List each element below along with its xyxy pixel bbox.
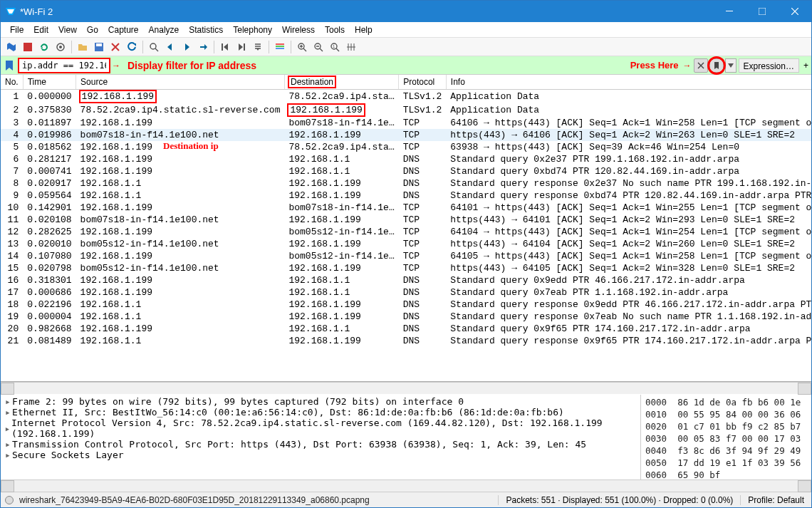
- menu-capture[interactable]: Capture: [103, 24, 144, 36]
- details-tree-item[interactable]: ▸Secure Sockets Layer: [4, 450, 637, 460]
- toolbar-start-capture-icon[interactable]: [4, 39, 19, 55]
- svg-rect-9: [244, 43, 245, 51]
- toolbar-zoom-out-icon[interactable]: [311, 39, 326, 55]
- toolbar-next-icon[interactable]: [179, 39, 194, 55]
- toolbar-autoscroll-icon[interactable]: [250, 39, 266, 55]
- packet-list-hscrollbar[interactable]: [1, 382, 811, 394]
- details-tree-item[interactable]: ▸Internet Protocol Version 4, Src: 78.52…: [4, 418, 637, 439]
- toolbar-last-icon[interactable]: [234, 39, 249, 55]
- svg-rect-2: [24, 43, 32, 51]
- column-header-source[interactable]: Source: [76, 75, 285, 90]
- column-header-no[interactable]: No.: [1, 75, 23, 90]
- packet-row[interactable]: 190.000004192.168.1.1192.168.1.199DNSSta…: [1, 311, 811, 323]
- packet-row[interactable]: 50.018562192.168.1.19978.52.2ca9.ip4.sta…: [1, 141, 811, 153]
- maximize-button[interactable]: [746, 1, 779, 22]
- column-header-protocol[interactable]: Protocol: [399, 75, 447, 90]
- menu-view[interactable]: View: [53, 24, 82, 36]
- packet-row[interactable]: 60.281217192.168.1.199192.168.1.1DNSStan…: [1, 153, 811, 165]
- expand-caret-icon[interactable]: ▸: [4, 439, 12, 450]
- packet-row[interactable]: 140.107080192.168.1.199bom05s12-in-f14.1…: [1, 250, 811, 262]
- packet-row[interactable]: 200.982668192.168.1.199192.168.1.1DNSSta…: [1, 323, 811, 335]
- packet-row[interactable]: 130.020010bom05s12-in-f14.1e100.net192.1…: [1, 238, 811, 250]
- details-tree-item[interactable]: ▸Transmission Control Protocol, Src Port…: [4, 439, 637, 450]
- expand-caret-icon[interactable]: ▸: [4, 450, 12, 460]
- filter-add-button[interactable]: +: [801, 61, 811, 71]
- packet-row[interactable]: 160.318301192.168.1.199192.168.1.1DNSSta…: [1, 274, 811, 286]
- expand-caret-icon[interactable]: ▸: [4, 423, 11, 434]
- bottom-panes: ▸Frame 2: 99 bytes on wire (792 bits), 9…: [1, 394, 811, 480]
- status-packets: Packets: 551 · Displayed: 551 (100.0%) ·…: [498, 495, 740, 505]
- packet-row[interactable]: 180.022196192.168.1.1192.168.1.199DNSSta…: [1, 299, 811, 311]
- toolbar-first-icon[interactable]: [217, 39, 233, 55]
- packet-row[interactable]: 20.37583078.52.2ca9.ip4.static.sl-revers…: [1, 103, 811, 117]
- packet-row[interactable]: 10.000000192.168.1.19978.52.2ca9.ip4.sta…: [1, 90, 811, 104]
- svg-rect-10: [276, 43, 284, 45]
- display-filter-input[interactable]: [18, 58, 110, 73]
- annotation-press-here: Press Here: [630, 60, 682, 71]
- menu-statistics[interactable]: Statistics: [184, 24, 228, 36]
- packet-list-pane[interactable]: Source ip Destination ip No.TimeSourceDe…: [1, 75, 811, 382]
- packet-row[interactable]: 90.059564192.168.1.1192.168.1.199DNSStan…: [1, 190, 811, 202]
- details-tree-item[interactable]: ▸Frame 2: 99 bytes on wire (792 bits), 9…: [4, 396, 637, 407]
- minimize-button[interactable]: [713, 1, 746, 22]
- svg-rect-1: [759, 8, 766, 15]
- expand-caret-icon[interactable]: ▸: [4, 407, 12, 418]
- filter-apply-button[interactable]: [709, 58, 724, 73]
- display-filter-bar: → Display filter for IP address Press He…: [1, 56, 811, 75]
- menu-file[interactable]: File: [5, 24, 28, 36]
- packet-row[interactable]: 170.000686192.168.1.199192.168.1.1DNSSta…: [1, 286, 811, 299]
- toolbar-resize-columns-icon[interactable]: [343, 39, 359, 55]
- packet-row[interactable]: 100.142901192.168.1.199bom07s18-in-f14.1…: [1, 202, 811, 214]
- toolbar-colorize-icon[interactable]: [272, 39, 288, 55]
- column-header-info[interactable]: Info: [446, 75, 811, 90]
- packet-row[interactable]: 120.282625192.168.1.199bom05s12-in-f14.1…: [1, 226, 811, 238]
- packet-row[interactable]: 30.011897192.168.1.199bom07s18-in-f14.1e…: [1, 117, 811, 129]
- annotation-arrow: →: [110, 61, 122, 71]
- toolbar-reload-icon[interactable]: [124, 39, 140, 55]
- window-title: *Wi-Fi 2: [20, 6, 713, 17]
- packet-row[interactable]: 110.020108bom07s18-in-f14.1e100.net192.1…: [1, 214, 811, 226]
- toolbar-close-file-icon[interactable]: [108, 39, 123, 55]
- toolbar-zoom-reset-icon[interactable]: 1: [327, 39, 343, 55]
- column-header-time[interactable]: Time: [23, 75, 76, 90]
- packet-row[interactable]: 80.020917192.168.1.1192.168.1.199DNSStan…: [1, 177, 811, 190]
- packet-row[interactable]: 40.019986bom07s18-in-f14.1e100.net192.16…: [1, 129, 811, 141]
- svg-point-4: [59, 46, 62, 48]
- toolbar-stop-capture-icon[interactable]: [20, 39, 36, 55]
- toolbar-find-icon[interactable]: [146, 39, 162, 55]
- menu-wireless[interactable]: Wireless: [277, 24, 320, 36]
- svg-text:1: 1: [333, 44, 335, 48]
- svg-rect-12: [276, 48, 284, 49]
- packet-row[interactable]: 70.000741192.168.1.199192.168.1.1DNSStan…: [1, 165, 811, 177]
- column-header-destination[interactable]: Destination: [284, 75, 398, 90]
- details-hscrollbar[interactable]: [1, 480, 811, 492]
- toolbar-zoom-in-icon[interactable]: [294, 39, 310, 55]
- toolbar-capture-options-icon[interactable]: [53, 39, 68, 55]
- svg-rect-8: [222, 43, 223, 51]
- menu-tools[interactable]: Tools: [320, 24, 350, 36]
- status-profile[interactable]: Profile: Default: [740, 495, 811, 505]
- menu-analyze[interactable]: Analyze: [144, 24, 184, 36]
- details-tree-item[interactable]: ▸Ethernet II, Src: BestItWo_56:14:c0 (00…: [4, 407, 637, 418]
- menu-edit[interactable]: Edit: [28, 24, 53, 36]
- expand-caret-icon[interactable]: ▸: [4, 396, 12, 407]
- packet-details-pane[interactable]: ▸Frame 2: 99 bytes on wire (792 bits), 9…: [1, 395, 640, 480]
- toolbar-prev-icon[interactable]: [162, 39, 178, 55]
- packet-row[interactable]: 150.020798bom05s12-in-f14.1e100.net192.1…: [1, 262, 811, 274]
- svg-rect-0: [726, 11, 733, 11]
- toolbar-save-icon[interactable]: [91, 39, 107, 55]
- toolbar-goto-icon[interactable]: [195, 39, 211, 55]
- expert-info-icon[interactable]: [5, 496, 14, 504]
- toolbar-restart-capture-icon[interactable]: [36, 39, 52, 55]
- filter-history-dropdown[interactable]: [725, 58, 736, 73]
- menu-telephony[interactable]: Telephony: [228, 24, 277, 36]
- close-button[interactable]: [779, 1, 811, 22]
- menu-help[interactable]: Help: [350, 24, 378, 36]
- filter-clear-button[interactable]: [694, 58, 708, 73]
- packet-row[interactable]: 210.081489192.168.1.1192.168.1.199DNSSta…: [1, 335, 811, 347]
- packet-bytes-pane[interactable]: 0000 86 1d de 0a fb b6 00 1e a6 0010 00 …: [640, 395, 811, 480]
- menu-go[interactable]: Go: [82, 24, 103, 36]
- toolbar-open-icon[interactable]: [75, 39, 90, 55]
- filter-expression-button[interactable]: Expression…: [739, 58, 799, 73]
- filter-bookmark-icon[interactable]: [4, 60, 15, 71]
